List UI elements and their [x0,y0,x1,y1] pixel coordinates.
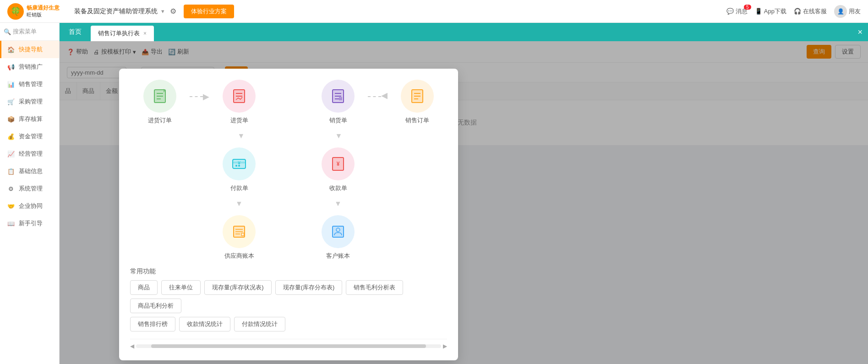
sidebar-item-label: 快捷导航 [19,45,43,54]
sidebar-item-purchase[interactable]: 🛒 采购管理 [0,93,59,110]
purchase-order-circle [143,80,176,113]
common-buttons-row1: 商品 往来单位 现存量(库存状况表) 现存量(库存分布表) 销售毛利分析表 商品… [130,280,447,313]
experience-button[interactable]: 体验行业方案 [184,5,234,18]
common-functions-title: 常用功能 [130,267,447,276]
sidebar-item-label: 企业协同 [19,202,43,210]
sidebar-item-finance[interactable]: 💰 资金管理 [0,128,59,145]
flow-item-sales-bill[interactable]: 销货单 [308,80,368,125]
sidebar-item-sales[interactable]: 📊 销售管理 [0,76,59,93]
main-area: 🔍 搜索菜单 🏠 快捷导航 📢 营销推广 📊 销售管理 🛒 采购管理 [0,23,868,364]
sidebar-item-marketing[interactable]: 📢 营销推广 [0,58,59,76]
flow-item-purchase-order[interactable]: 进货订单 [130,80,190,125]
arrow-down-pb2: ▼ [212,132,271,140]
tab-close-icon[interactable]: × [143,30,147,37]
supplier-circle [223,215,256,248]
sidebar-item-quick-nav[interactable]: 🏠 快捷导航 [0,41,59,58]
btn-partners[interactable]: 往来单位 [161,280,201,295]
arrow-down-rec: ▼ [308,200,368,208]
purchase-bill-circle [223,80,256,113]
flow-row-1: 进货订单 ▶ [130,80,447,125]
customer-label: 客户账本 [326,252,350,260]
app-download-button[interactable]: 📱 App下载 [755,7,786,16]
sidebar-item-enterprise[interactable]: 🤝 企业协同 [0,197,59,215]
purchase-bill-label: 进货单 [230,116,248,125]
sales-order-icon [409,88,426,104]
receipt-circle: ¥ [322,147,355,180]
sidebar-item-label: 新手引导 [19,219,43,228]
system-area: 装备及固定资产辅助管理系统 ▾ ⚙ 体验行业方案 [67,5,726,18]
logo-line1: 畅康通好生意 [27,5,60,12]
btn-payment-stats[interactable]: 付款情况统计 [234,317,285,331]
btn-stock-status[interactable]: 现存量(库存状况表) [204,280,272,295]
modal-scrollbar: ◀ ▶ [130,339,447,349]
tab-bar-close-icon[interactable]: × [857,27,863,37]
sales-order-label: 销售订单 [405,116,429,125]
customer-circle [322,215,355,248]
flow-section: 进货订单 ▶ [130,80,447,260]
top-bar: 🍀 畅康通好生意 旺销版 装备及固定资产辅助管理系统 ▾ ⚙ 体验行业方案 💬 … [0,0,868,23]
scroll-right-arrow[interactable]: ▶ [443,343,447,349]
user-label: 用友 [849,7,861,16]
system-settings-icon[interactable]: ⚙ [170,7,176,16]
avatar: 👤 [834,5,847,18]
svg-text:¥: ¥ [237,161,240,166]
basic-info-icon: 📋 [7,167,15,175]
service-label: 在线客服 [803,7,827,16]
flow-item-customer[interactable]: 客户账本 [308,215,368,260]
logo-line2: 旺销版 [27,11,60,18]
app-container: 🍀 畅康通好生意 旺销版 装备及固定资产辅助管理系统 ▾ ⚙ 体验行业方案 💬 … [0,0,868,364]
tab-home[interactable]: 首页 [60,23,91,41]
btn-goods[interactable]: 商品 [130,280,158,295]
payment-circle: ¥ [223,147,256,180]
btn-goods-margin[interactable]: 商品毛利分析 [130,299,181,313]
system-dropdown-icon[interactable]: ▾ [161,8,164,15]
operations-icon: 📈 [7,150,15,158]
message-button[interactable]: 💬 消息 5 [726,7,748,16]
sidebar-search[interactable]: 🔍 搜索菜单 [0,23,59,41]
flow-item-receipt[interactable]: ¥ 收款单 [308,147,368,192]
logo-text: 畅康通好生意 旺销版 [27,5,60,18]
content-body: ❓ 帮助 🖨 按模板打印 ▾ 📤 导出 🔄 刷新 [60,41,868,364]
btn-receipt-stats[interactable]: 收款情况统计 [179,317,230,331]
scroll-left-arrow[interactable]: ◀ [130,343,134,349]
newbie-icon: 📖 [7,219,15,228]
payment-icon: ¥ [231,156,247,172]
sidebar-item-basic-info[interactable]: 📋 基础信息 [0,163,59,180]
sidebar-item-newbie[interactable]: 📖 新手引导 [0,215,59,232]
scroll-track[interactable] [136,344,441,348]
flow-item-purchase-bill[interactable]: 进货单 [209,80,269,125]
finance-icon: 💰 [7,132,15,141]
btn-sales-margin[interactable]: 销售毛利分析表 [346,280,403,295]
arrow-down-pay: ▼ [209,200,269,208]
system-name: 装备及固定资产辅助管理系统 [74,7,158,16]
scroll-thumb [151,344,426,348]
search-inner[interactable]: 🔍 搜索菜单 [4,27,55,36]
btn-stock-distribution[interactable]: 现存量(库存分布表) [275,280,343,295]
tab-active[interactable]: 销售订单执行表 × [91,26,154,41]
svg-point-24 [235,165,237,167]
sidebar-item-label: 库存核算 [19,115,43,123]
receipt-icon: ¥ [330,156,346,172]
sidebar-item-label: 基础信息 [19,167,43,175]
flow-item-payment[interactable]: ¥ 付款单 [209,147,269,192]
purchase-icon: 🛒 [7,98,15,106]
user-area[interactable]: 👤 用友 [834,5,861,18]
sales-order-circle [401,80,434,113]
active-tab-label: 销售订单执行表 [98,29,140,38]
app-download-label: App下载 [764,7,786,16]
sidebar-item-label: 销售管理 [19,80,43,88]
flow-item-sales-order[interactable]: 销售订单 [388,80,447,125]
sidebar-item-operations[interactable]: 📈 经营管理 [0,145,59,163]
online-service-button[interactable]: 🎧 在线客服 [794,7,827,16]
sidebar-item-system[interactable]: ⚙ 系统管理 [0,180,59,197]
content-area: 首页 销售订单执行表 × × ❓ 帮助 🖨 按模板打印 [60,23,868,364]
receipt-label: 收款单 [329,184,347,192]
btn-sales-ranking[interactable]: 销售排行榜 [130,317,175,331]
purchase-bill-icon [231,88,247,104]
flow-item-supplier[interactable]: 供应商账本 [209,215,269,260]
system-icon: ⚙ [7,185,15,193]
sidebar-item-inventory[interactable]: 📦 库存核算 [0,110,59,128]
common-functions-section: 常用功能 商品 往来单位 现存量(库存状况表) 现存量(库存分布表) 销售毛利分… [130,267,447,331]
purchase-order-icon [152,88,168,104]
message-badge: 5 [744,5,751,10]
